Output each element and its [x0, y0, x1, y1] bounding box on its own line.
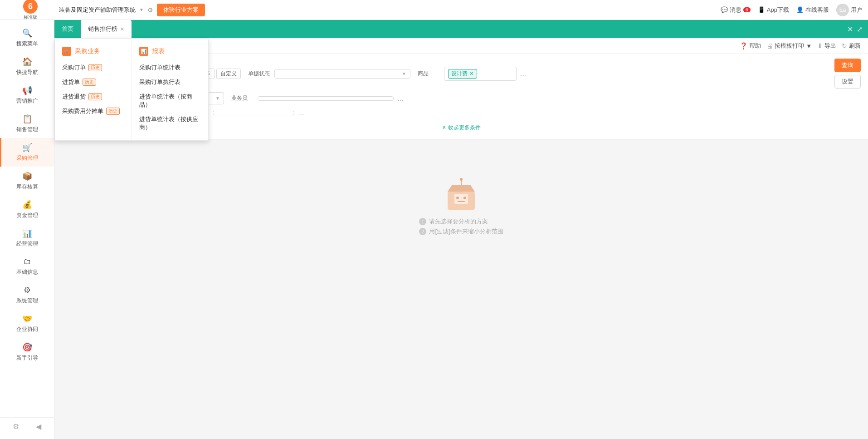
message-icon: 💬: [721, 6, 728, 13]
dropdown-purchase-order[interactable]: 采购订单 历史: [55, 60, 132, 75]
history-badge-3: 历史: [88, 93, 102, 100]
salesperson-field[interactable]: [258, 96, 394, 101]
sidebar-item-system[interactable]: ⚙ 系统管理: [0, 281, 54, 309]
sidebar-item-quicknav[interactable]: 🏠 快捷导航: [0, 52, 54, 81]
settings-btn[interactable]: 设置: [834, 75, 861, 89]
user-btn[interactable]: Ea 用户: [836, 4, 863, 16]
dropdown-order-stats[interactable]: 采购订单统计表: [132, 60, 209, 75]
sidebar-label-inventory: 库存核算: [16, 183, 38, 191]
message-label: 消息: [730, 6, 741, 14]
dropdown-order-exec-label: 采购订单执行表: [139, 78, 180, 86]
tab-home[interactable]: 首页: [54, 20, 81, 38]
goods-tag-text: 设计费: [451, 70, 468, 78]
sidebar: 🔍 搜索菜单 🏠 快捷导航 📢 营销推广 📋 销售管理 🛒: [0, 20, 54, 439]
collapse-arrow: ∧: [442, 124, 446, 132]
query-btn[interactable]: 查询: [834, 59, 861, 72]
salesperson-dots[interactable]: ...: [397, 94, 403, 103]
sidebar-label-search: 搜索菜单: [16, 40, 38, 48]
sidebar-label-basic: 基础信息: [16, 268, 38, 276]
dropdown-inbound-stats-supplier-label: 进货单统计表（按供应商）: [139, 115, 201, 132]
report-header-icon: 📊: [139, 47, 148, 56]
collapse-label: 收起更多条件: [448, 124, 481, 132]
system-gear-icon[interactable]: ⚙: [147, 6, 153, 14]
print-arrow-icon[interactable]: ▼: [806, 43, 812, 49]
app-download-btn[interactable]: 📱 App下载: [758, 6, 789, 14]
online-service-btn[interactable]: 👤 在线客服: [796, 6, 829, 14]
industry-btn[interactable]: 体验行业方案: [157, 4, 205, 16]
purchase-icon: 🛒: [22, 143, 32, 153]
sidebar-item-enterprise[interactable]: 🤝 企业协同: [0, 309, 54, 338]
user-label: 用户: [851, 6, 863, 14]
help-btn[interactable]: ❓ 帮助: [740, 42, 761, 50]
dropdown-purchase-order-label: 采购订单: [62, 64, 86, 72]
sidebar-label-marketing: 营销推广: [16, 97, 38, 105]
purchase-header-icon: 🛒: [62, 47, 71, 56]
basic-icon: 🗂: [23, 257, 31, 266]
tab-sales-rank[interactable]: 销售排行榜 ✕: [81, 20, 132, 38]
goods-tag-close[interactable]: ✕: [469, 70, 474, 77]
export-label: 导出: [824, 42, 836, 50]
sidebar-label-purchase: 采购管理: [16, 154, 38, 162]
report-header: 📊 报表: [132, 44, 209, 59]
finance-icon: 💰: [22, 200, 32, 210]
purchase-dropdown-menu: 🛒 采购业务 采购订单 历史 进货单 历史 进货退货 历史 采购费用分摊单 历史…: [54, 38, 209, 141]
dropdown-expense[interactable]: 采购费用分摊单 历史: [55, 104, 132, 118]
history-badge-4: 历史: [106, 108, 120, 115]
report-header-text: 报表: [152, 47, 165, 55]
window-expand-icon[interactable]: ⤢: [857, 25, 863, 34]
service-icon: 👤: [796, 6, 804, 13]
sales-icon: 📋: [22, 114, 32, 124]
print-icon: 🖨: [766, 42, 773, 49]
message-btn[interactable]: 💬 消息 6: [721, 6, 751, 14]
purchase-header-text: 采购业务: [75, 47, 100, 55]
dropdown-order-exec[interactable]: 采购订单执行表: [132, 75, 209, 89]
svg-point-3: [456, 197, 459, 199]
system-dropdown-arrow[interactable]: ▼: [139, 7, 144, 12]
sidebar-item-finance[interactable]: 💰 资金管理: [0, 195, 54, 224]
system-name: 装备及固定资产辅助管理系统: [59, 6, 136, 14]
svg-point-4: [463, 197, 466, 199]
print-btn[interactable]: 🖨 按模板打印 ▼: [766, 42, 812, 50]
collapse-sidebar-icon[interactable]: ◀: [36, 422, 41, 431]
bill-status-dropdown[interactable]: ▼: [274, 69, 410, 79]
dropdown-inbound-stats-goods[interactable]: 进货单统计表（按商品）: [132, 89, 209, 112]
date-custom-btn[interactable]: 自定义: [216, 69, 241, 79]
tab-bar: 首页 销售排行榜 ✕ ✕ ⤢: [54, 20, 868, 38]
message-badge: 6: [743, 7, 751, 12]
tab-close-icon[interactable]: ✕: [120, 26, 124, 32]
logo: 6 标准版: [5, 0, 55, 20]
settings-bottom-icon[interactable]: ⚙: [13, 422, 19, 431]
empty-tips: 1 请先选择要分析的方案 2 用[过滤]条件来缩小分析范围: [419, 217, 503, 237]
guide-icon: 🎯: [22, 342, 32, 352]
sidebar-item-purchase[interactable]: 🛒 采购管理: [0, 138, 54, 167]
sidebar-item-inventory[interactable]: 📦 库存核算: [0, 167, 54, 195]
sidebar-item-sales[interactable]: 📋 销售管理: [0, 109, 54, 138]
customer-dots[interactable]: ...: [298, 109, 304, 117]
customer-field[interactable]: [213, 111, 294, 115]
sidebar-item-guide[interactable]: 🎯 新手引导: [0, 338, 54, 366]
refresh-icon: ↻: [842, 42, 847, 49]
rank-arrow: ▼: [215, 96, 220, 101]
dropdown-return[interactable]: 进货退货 历史: [55, 89, 132, 104]
salesperson-label: 业务员: [231, 94, 254, 102]
goods-field[interactable]: 设计费 ✕: [444, 67, 517, 81]
sidebar-item-operations[interactable]: 📊 经营管理: [0, 224, 54, 252]
marketing-icon: 📢: [22, 85, 32, 95]
sidebar-label-system: 系统管理: [16, 297, 38, 305]
export-icon: ⬇: [817, 42, 823, 49]
sidebar-label-sales: 销售管理: [16, 126, 38, 133]
refresh-btn[interactable]: ↻ 刷新: [842, 42, 861, 50]
sidebar-item-search[interactable]: 🔍 搜索菜单: [0, 24, 54, 52]
goods-dots[interactable]: ...: [520, 69, 526, 78]
svg-rect-5: [458, 201, 465, 202]
dropdown-inbound-label: 进货单: [62, 78, 80, 86]
enterprise-icon: 🤝: [22, 314, 32, 324]
dropdown-inbound-stats-supplier[interactable]: 进货单统计表（按供应商）: [132, 112, 209, 135]
dropdown-inbound[interactable]: 进货单 历史: [55, 75, 132, 89]
export-btn[interactable]: ⬇ 导出: [817, 42, 836, 50]
sidebar-item-basic[interactable]: 🗂 基础信息: [0, 252, 54, 281]
sidebar-item-marketing[interactable]: 📢 营销推广: [0, 81, 54, 109]
topbar: 6 标准版 装备及固定资产辅助管理系统 ▼ ⚙ 体验行业方案 💬 消息 6 📱 …: [0, 0, 868, 20]
sidebar-label-enterprise: 企业协同: [16, 326, 38, 333]
window-close-icon[interactable]: ✕: [847, 25, 853, 34]
